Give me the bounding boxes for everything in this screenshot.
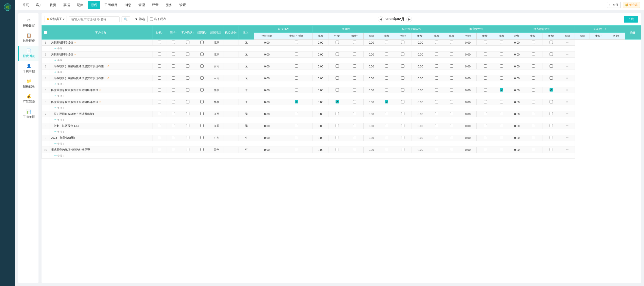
edu-declare-checkbox[interactable] [435,100,438,103]
report-month-checkbox[interactable] [295,124,298,127]
confirm-checkbox[interactable] [186,88,189,92]
urban-declare-checkbox[interactable] [385,124,388,127]
nav-message[interactable]: 消息 [122,1,134,9]
client-name-cell[interactable]: （库存核算）直播畅捷通信息技术股份有限…⚠ [49,63,152,69]
local-pay-checkbox[interactable] [500,124,503,127]
edit-note-icon[interactable]: ✏ [54,71,56,74]
confirm-checkbox[interactable] [186,124,189,127]
local-declare-checkbox[interactable] [484,136,487,139]
stamp-pay-checkbox[interactable] [550,41,553,44]
nav-home[interactable]: 首页 [19,1,32,9]
clear-card-checkbox[interactable] [172,76,175,80]
urban-declare-checkbox[interactable] [385,41,388,44]
vat-declare-checkbox[interactable] [336,64,339,68]
paid-checkbox[interactable] [200,64,204,68]
edit-note-icon[interactable]: ✏ [54,130,56,133]
report-month-checkbox[interactable] [295,88,298,92]
local-pay-checkbox[interactable] [500,148,503,151]
local-pay-checkbox[interactable] [500,41,503,44]
local-declare-checkbox[interactable] [484,64,487,68]
edit-note-icon[interactable]: ✏ [54,47,56,50]
nav-invoice[interactable]: 票据 [60,1,73,9]
vat-pay-checkbox[interactable] [353,100,356,103]
th-clear-card[interactable]: 清卡↑ [166,26,180,40]
urban-declare-checkbox[interactable] [385,112,388,115]
edit-icon[interactable]: ✏ [566,41,569,44]
vat-declare-checkbox[interactable] [336,124,339,127]
next-date-button[interactable]: ▶ [406,16,412,22]
th-client-confirm[interactable]: 客户确认↑ [180,26,195,40]
clear-card-checkbox[interactable] [172,100,175,103]
stamp-declare-checkbox[interactable] [532,136,535,139]
urban-declare-checkbox[interactable] [385,100,388,103]
stamp-declare-checkbox[interactable] [532,64,535,68]
urban-pay-checkbox[interactable] [401,136,404,139]
nav-billing[interactable]: 收费 [47,1,59,9]
paid-checkbox[interactable] [200,52,204,56]
urban-pay-checkbox[interactable] [401,112,404,115]
report-month-checkbox[interactable] [295,112,298,115]
stamp-declare-checkbox[interactable] [532,112,535,115]
stamp-declare-checkbox[interactable] [532,41,535,44]
urban-pay-checkbox[interactable] [401,64,404,68]
th-edu-pay[interactable]: 缴费↑ [477,33,494,40]
urban-pay-checkbox[interactable] [401,148,404,151]
stamp-pay-checkbox[interactable] [550,112,553,115]
stamp-declare-checkbox[interactable] [532,100,535,103]
nav-accounting[interactable]: 记账 [74,1,87,9]
local-pay-checkbox[interactable] [500,112,503,115]
paid-checkbox[interactable] [200,41,204,44]
copy-tax-checkbox[interactable] [158,64,161,68]
stamp-declare-checkbox[interactable] [532,76,535,80]
urban-pay-checkbox[interactable] [401,100,404,103]
th-local-pay[interactable]: 缴费↑ [542,33,560,40]
local-pay-checkbox[interactable] [500,52,503,56]
client-name-cell[interactable]: （库存核算）直播畅捷通信息技术股份有限…⚠ [49,75,152,81]
edit-icon[interactable]: ✏ [566,88,569,92]
edit-note-icon[interactable]: ✏ [54,142,56,145]
vat-pay-checkbox[interactable] [353,64,356,68]
confirm-checkbox[interactable] [186,64,189,68]
copy-tax-checkbox[interactable] [158,112,161,115]
th-report-year[interactable]: 申报(年)↑ [254,33,280,40]
vat-pay-checkbox[interactable] [353,41,356,44]
vat-declare-checkbox[interactable] [336,88,339,92]
report-month-checkbox[interactable] [295,76,298,80]
edit-icon[interactable]: ✏ [566,112,569,115]
th-stamp-declare[interactable]: 申报↑ [590,33,607,40]
urban-declare-checkbox[interactable] [385,64,388,68]
sub-nav-tax-records[interactable]: 📁 报税记录 [18,76,38,91]
confirm-checkbox[interactable] [186,52,189,56]
edu-declare-checkbox[interactable] [435,124,438,127]
urban-pay-checkbox[interactable] [401,41,404,44]
local-pay-checkbox[interactable] [500,136,503,139]
local-pay-checkbox[interactable] [500,88,503,92]
edit-note-icon[interactable]: ✏ [54,59,56,62]
client-name-cell[interactable]: 勿删新锐网络通信⚠ [49,51,152,58]
client-name-cell[interactable]: 测试斯套的凭证打印的时候是否 [49,147,152,153]
th-edu-declare[interactable]: 申报↑ [459,33,477,40]
sub-nav-batch-tax[interactable]: 📋 批量报税 [18,30,38,46]
confirm-checkbox[interactable] [186,136,189,139]
sub-nav-tax-settings[interactable]: ⚙ 报税设置 [18,15,38,30]
copy-tax-checkbox[interactable] [158,41,161,44]
client-name-cell[interactable]: 2013（陶美劳勿删） [49,135,152,141]
copy-tax-checkbox[interactable] [158,100,161,103]
copy-tax-checkbox[interactable] [158,136,161,139]
stamp-declare-checkbox[interactable] [532,52,535,56]
urban-declare-checkbox[interactable] [385,148,388,151]
edu-pay-checkbox[interactable] [450,41,453,44]
search-button[interactable]: 🔍 [122,16,130,22]
clear-card-checkbox[interactable] [172,88,175,92]
urban-pay-checkbox[interactable] [401,124,404,127]
th-local-declare[interactable]: 申报↑ [525,33,542,40]
vat-pay-checkbox[interactable] [353,124,356,127]
th-income[interactable]: 收入↑ [239,26,254,40]
confirm-checkbox[interactable] [186,100,189,103]
paid-checkbox[interactable] [200,76,204,80]
vat-declare-checkbox[interactable] [336,41,339,44]
client-name-cell[interactable]: 畅捷通信息技术股份有限公司民非测试⚠ [49,87,152,93]
copy-tax-checkbox[interactable] [158,88,161,92]
clear-card-checkbox[interactable] [172,124,175,127]
paid-checkbox[interactable] [200,124,204,127]
